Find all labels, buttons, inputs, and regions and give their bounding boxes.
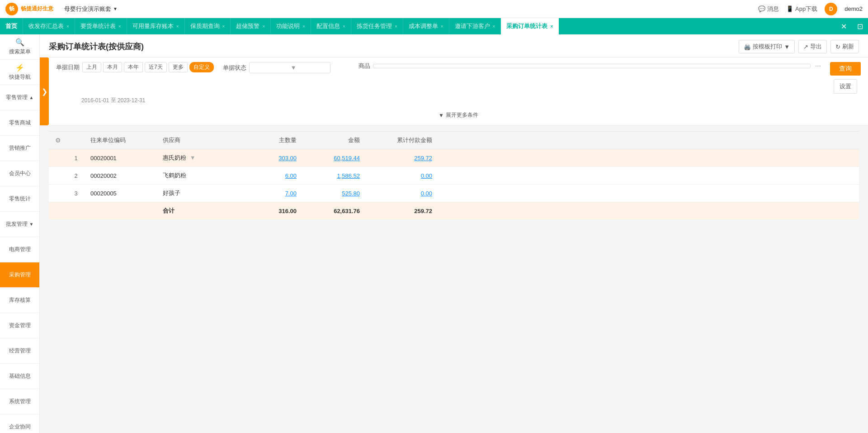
row-amount[interactable]: 60,519.44 — [302, 149, 365, 167]
tab-caigou-active[interactable]: 采购订单统计表 × — [501, 18, 559, 34]
export-button[interactable]: ↗ 导出 — [798, 40, 827, 53]
sidebar-item-purchase[interactable]: 采购管理 — [0, 262, 39, 288]
sidebar-item-business[interactable]: 经营管理 — [0, 338, 39, 364]
query-button[interactable]: 查询 — [830, 62, 861, 76]
close-icon[interactable]: × — [395, 24, 397, 29]
tab-yaoqing-label: 邀请下游客户 — [455, 22, 490, 30]
filter-toggle-button[interactable]: ❯ — [40, 57, 49, 125]
goods-input[interactable] — [373, 64, 811, 68]
page-header-actions: 🖨️ 按模板打印 ▼ ↗ 导出 ↻ 刷新 — [739, 40, 859, 53]
close-icon[interactable]: × — [493, 24, 495, 29]
column-settings-icon[interactable]: ⚙ — [55, 137, 61, 144]
shortcut-more[interactable]: 更多 — [169, 62, 188, 72]
close-icon[interactable]: × — [343, 24, 345, 29]
row-qty[interactable]: 6.00 — [248, 167, 302, 185]
expand-label: 展开更多条件 — [446, 111, 478, 119]
row-qty[interactable]: 303.00 — [248, 149, 302, 167]
tab-jianhuo-label: 拣货任务管理 — [357, 22, 392, 30]
shortcut-7days[interactable]: 近7天 — [145, 62, 167, 72]
goods-more-icon[interactable]: ··· — [815, 62, 821, 70]
close-icon[interactable]: × — [550, 24, 553, 29]
close-icon[interactable]: × — [176, 24, 179, 29]
sidebar-item-marketing[interactable]: 营销推广 — [0, 136, 39, 161]
shortcut-last-month[interactable]: 上月 — [82, 62, 101, 72]
expand-row-icon[interactable]: ▼ — [190, 154, 196, 161]
shortcut-this-year[interactable]: 本年 — [124, 62, 143, 72]
row-paid[interactable]: 259.72 — [365, 149, 438, 167]
sidebar-item-member-label: 会员中心 — [9, 170, 31, 177]
user-name: demo2 — [844, 5, 863, 12]
row-amount[interactable]: 1,586.52 — [302, 167, 365, 185]
tab-peizhi[interactable]: 配置信息 × — [311, 18, 351, 34]
row-paid[interactable]: 0.00 — [365, 185, 438, 202]
expand-more-button[interactable]: ▼ 展开更多条件 — [56, 109, 861, 121]
top-bar-left: 畅 畅捷通好生意 母婴行业演示账套 ▼ — [5, 3, 118, 15]
workspace-name: 母婴行业演示账套 — [64, 5, 111, 13]
th-settings: ⚙ — [49, 132, 67, 149]
row-num: 1 — [67, 149, 85, 167]
expand-tabs-btn[interactable]: ⊡ — [852, 18, 868, 34]
row-settings — [49, 167, 67, 185]
sidebar-item-finance[interactable]: 资金管理 — [0, 313, 39, 338]
tab-shoufacun-label: 收发存汇总表 — [28, 22, 64, 30]
logo-abbr: 畅 — [9, 5, 14, 13]
workspace-selector[interactable]: 母婴行业演示账套 ▼ — [64, 5, 118, 13]
tab-yaohuo[interactable]: 要货单统计表 × — [75, 18, 127, 34]
sidebar-item-wholesale[interactable]: 批发管理 ▼ — [0, 212, 39, 237]
sidebar-item-search[interactable]: 🔍 搜索菜单 — [0, 34, 39, 60]
sidebar-item-inventory[interactable]: 库存核算 — [0, 288, 39, 313]
close-icon[interactable]: × — [66, 24, 69, 29]
tab-kuyong[interactable]: 可用量库存账本 × — [127, 18, 185, 34]
tab-baozhi[interactable]: 保质期查询 × — [185, 18, 231, 34]
close-icon[interactable]: × — [302, 24, 305, 29]
app-download-button[interactable]: 📱 App下载 — [786, 5, 817, 13]
close-tab-btn[interactable]: ✕ — [835, 18, 852, 34]
top-bar-right: 💬 消息 📱 App下载 D demo2 — [758, 3, 863, 15]
table-header-row: ⚙ 往来单位编码 供应商 主数量 金额 累计付款金额 — [49, 132, 859, 149]
row-qty[interactable]: 7.00 — [248, 185, 302, 202]
sidebar-item-system[interactable]: 系统管理 — [0, 389, 39, 414]
export-icon: ↗ — [803, 43, 808, 50]
tab-chengben[interactable]: 成本调整单 × — [403, 18, 449, 34]
shortcut-custom[interactable]: 自定义 — [189, 62, 214, 72]
row-paid[interactable]: 0.00 — [365, 167, 438, 185]
sidebar-item-mall-label: 零售商城 — [9, 119, 31, 127]
status-select[interactable]: ▼ — [249, 62, 330, 73]
sidebar-item-retail[interactable]: 零售管理 ▲ — [0, 85, 39, 110]
tab-jianhuo[interactable]: 拣货任务管理 × — [351, 18, 403, 34]
expand-icon: ▼ — [439, 112, 444, 119]
logo-area: 畅 畅捷通好生意 — [5, 3, 53, 15]
tab-shoufacun[interactable]: 收发存汇总表 × — [23, 18, 75, 34]
print-label: 按模板打印 — [753, 43, 782, 51]
sidebar-item-mall[interactable]: 零售商城 — [0, 110, 39, 136]
tab-gongneng-label: 功能说明 — [276, 22, 300, 30]
sidebar-item-ecommerce[interactable]: 电商管理 — [0, 237, 39, 262]
sidebar-item-nav[interactable]: ⚡ 快捷导航 — [0, 60, 39, 85]
main-layout: 🔍 搜索菜单 ⚡ 快捷导航 零售管理 ▲ 零售商城 营销推广 会员中心 零售统计… — [0, 34, 868, 433]
sidebar-item-retail-stat[interactable]: 零售统计 — [0, 186, 39, 212]
tab-gongneng[interactable]: 功能说明 × — [271, 18, 311, 34]
tab-yaoqing[interactable]: 邀请下游客户 × — [449, 18, 501, 34]
shortcut-this-month[interactable]: 本月 — [103, 62, 122, 72]
footer-settings — [49, 202, 67, 220]
tab-chaochu[interactable]: 超储预警 × — [231, 18, 271, 34]
print-button[interactable]: 🖨️ 按模板打印 ▼ — [739, 40, 795, 53]
sidebar-item-finance-label: 资金管理 — [9, 322, 31, 329]
refresh-button[interactable]: ↻ 刷新 — [830, 40, 859, 53]
close-icon[interactable]: × — [118, 24, 121, 29]
message-button[interactable]: 💬 消息 — [758, 5, 779, 13]
sidebar-item-basic[interactable]: 基础信息 — [0, 364, 39, 389]
filter-area: ❯ 单据日期 上月 本月 本年 — [40, 57, 868, 126]
tab-home[interactable]: 首页 — [0, 18, 23, 34]
row-amount[interactable]: 525.80 — [302, 185, 365, 202]
avatar[interactable]: D — [825, 3, 837, 15]
sidebar-item-collab[interactable]: 企业协同 — [0, 414, 39, 433]
close-icon[interactable]: × — [441, 24, 443, 29]
th-num — [67, 132, 85, 149]
tab-home-label: 首页 — [5, 22, 17, 30]
close-icon[interactable]: × — [222, 24, 225, 29]
sidebar-item-purchase-label: 采购管理 — [9, 271, 31, 279]
close-icon[interactable]: × — [262, 24, 265, 29]
sidebar-item-member[interactable]: 会员中心 — [0, 161, 39, 186]
filter-settings-button[interactable]: 设置 — [834, 79, 857, 94]
